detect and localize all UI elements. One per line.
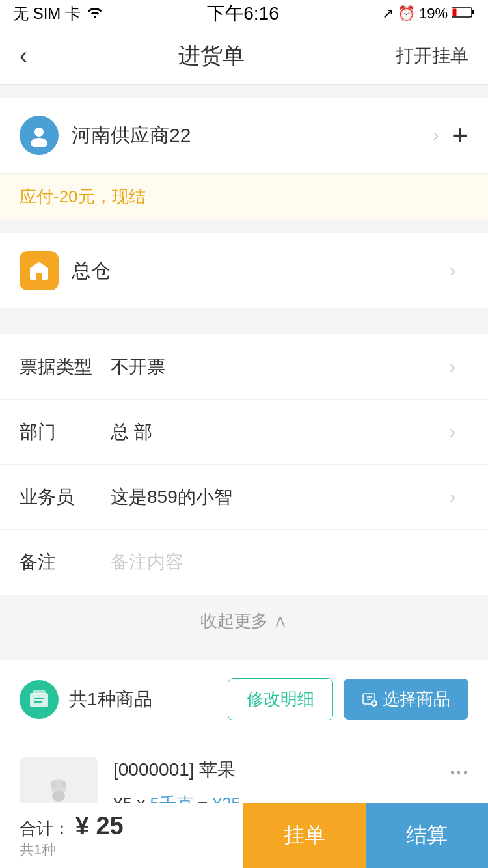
status-time: 下午6:16: [207, 1, 279, 26]
status-left: 无 SIM 卡: [13, 3, 104, 24]
product-code: [0000001]: [113, 759, 199, 780]
product-more-button[interactable]: ···: [439, 757, 468, 785]
total-amount: ¥ 25: [75, 812, 124, 839]
svg-point-4: [31, 138, 47, 147]
supplier-alert: 应付-20元，现结: [0, 174, 488, 220]
supplier-row[interactable]: 河南供应商22 › +: [0, 98, 488, 174]
products-header: 共1种商品 修改明细 选择商品: [0, 660, 488, 739]
svg-rect-9: [33, 690, 46, 694]
products-icon: [20, 680, 59, 719]
select-product-label: 选择商品: [383, 688, 450, 711]
svg-point-20: [51, 781, 57, 787]
svg-point-3: [34, 128, 44, 137]
warehouse-name: 总仓: [72, 258, 450, 284]
salesperson-row[interactable]: 业务员 这是859的小智 ›: [0, 465, 488, 530]
product-name: [0000001] 苹果: [113, 757, 439, 782]
svg-rect-8: [30, 693, 48, 707]
select-product-button[interactable]: 选择商品: [344, 679, 468, 720]
edit-detail-button[interactable]: 修改明细: [228, 678, 333, 720]
page-title: 进货单: [178, 41, 245, 71]
total-section: 合计： ¥ 25 共1种: [0, 812, 243, 860]
supplier-avatar: [20, 116, 59, 155]
remark-label: 备注: [20, 550, 104, 575]
wifi-icon: [86, 5, 104, 23]
alarm-icon: ⏰: [398, 5, 415, 22]
add-supplier-button[interactable]: +: [452, 121, 468, 150]
svg-point-19: [52, 791, 65, 802]
svg-rect-1: [472, 10, 474, 14]
hang-button[interactable]: 挂单: [243, 803, 366, 868]
svg-rect-7: [36, 273, 42, 280]
form-section: 票据类型 不开票 › 部门 总 部 › 业务员 这是859的小智 › 备注 备注…: [0, 334, 488, 595]
remark-value[interactable]: 备注内容: [104, 550, 468, 575]
open-hang-button[interactable]: 打开挂单: [396, 44, 468, 68]
back-button[interactable]: ‹: [20, 42, 27, 70]
bottom-bar: 合计： ¥ 25 共1种 挂单 结算: [0, 803, 488, 868]
section-divider-3: [0, 308, 488, 321]
warehouse-icon: [20, 251, 59, 290]
location-icon: ↗: [382, 5, 394, 22]
battery-icon: [452, 5, 475, 22]
hang-label: 挂单: [284, 821, 325, 850]
collapse-label: 收起更多 ∧: [200, 610, 287, 632]
section-divider-2: [0, 220, 488, 233]
department-row[interactable]: 部门 总 部 ›: [0, 400, 488, 465]
products-count: 共1种商品: [69, 687, 217, 712]
status-right: ↗ ⏰ 19%: [382, 5, 475, 22]
status-bar: 无 SIM 卡 下午6:16 ↗ ⏰ 19%: [0, 0, 488, 27]
warehouse-row[interactable]: 总仓 ›: [0, 233, 488, 308]
total-row: 合计： ¥ 25: [20, 812, 224, 840]
svg-rect-2: [453, 9, 457, 16]
salesperson-value: 这是859的小智: [104, 485, 450, 509]
department-chevron: ›: [450, 422, 455, 442]
product-title: 苹果: [199, 759, 236, 780]
salesperson-label: 业务员: [20, 485, 104, 509]
battery-level: 19%: [419, 5, 448, 22]
supplier-card: 河南供应商22 › + 应付-20元，现结: [0, 98, 488, 220]
invoice-type-value: 不开票: [104, 355, 450, 379]
svg-point-21: [60, 781, 66, 787]
remark-row[interactable]: 备注 备注内容: [0, 530, 488, 595]
salesperson-chevron: ›: [450, 487, 455, 508]
supplier-name: 河南供应商22: [72, 122, 433, 149]
invoice-type-row[interactable]: 票据类型 不开票 ›: [0, 334, 488, 400]
section-divider-4: [0, 647, 488, 660]
nav-bar: ‹ 进货单 打开挂单: [0, 27, 488, 85]
warehouse-chevron-icon: ›: [450, 260, 455, 281]
department-label: 部门: [20, 420, 104, 444]
total-sub: 共1种: [20, 840, 224, 860]
chevron-right-icon: ›: [433, 125, 439, 146]
section-divider-1: [0, 85, 488, 98]
invoice-type-chevron: ›: [450, 357, 455, 377]
settle-label: 结算: [406, 821, 448, 850]
invoice-type-label: 票据类型: [20, 355, 104, 379]
collapse-row[interactable]: 收起更多 ∧: [0, 595, 488, 647]
settle-button[interactable]: 结算: [366, 803, 488, 868]
sim-status: 无 SIM 卡: [13, 3, 81, 24]
department-value: 总 部: [104, 420, 450, 444]
svg-marker-6: [29, 262, 49, 269]
total-label: 合计：: [20, 819, 70, 838]
